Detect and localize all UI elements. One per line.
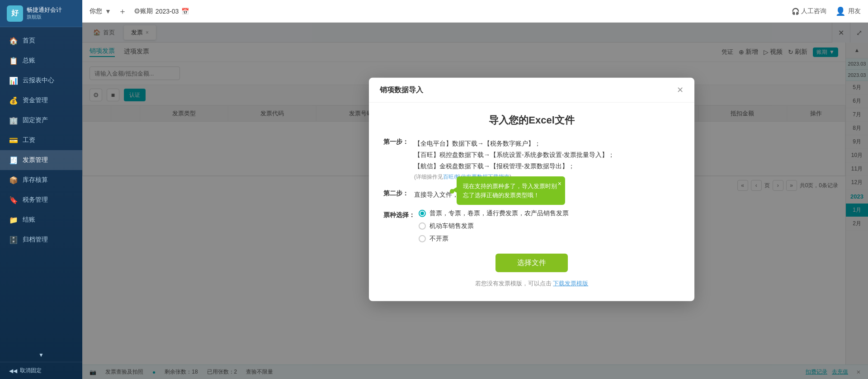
radio-normal[interactable]: 普票，专票，卷票，通行费发票，农产品销售发票 [419,209,569,218]
sidebar-item-inventory[interactable]: 📦 库存核算 [0,170,82,190]
radio-motor-label: 机动车销售发票 [429,222,474,230]
calendar-icon: 📅 [181,8,189,15]
modal-main-title: 导入您的Excel文件 [383,114,680,127]
step1-line-3: 【航信】金税盘数据下载→【报税管理-发票数据导出】； [414,161,614,172]
topbar: 你您 ▼ ＋ ⚙ 账期 2023-03 📅 🎧 人工咨询 👤 用友 [82,0,868,23]
step-1: 第一步： 【全电平台】数据下载→【税务数字账户】； 【百旺】税控盘数据下载→【系… [383,138,680,182]
funds-icon: 💰 [9,96,18,105]
radio-motor-circle [419,223,426,230]
home-icon: 🏠 [9,36,18,45]
sidebar-item-ledger[interactable]: 📋 总账 [0,51,82,71]
sidebar-item-archive[interactable]: 🗄️ 归档管理 [0,230,82,250]
topbar-right: 🎧 人工咨询 👤 用友 [792,6,861,16]
step1-line-1: 【全电平台】数据下载→【税务数字账户】； [414,138,614,149]
ticket-selection: 票种选择： 普票，专票，卷票，通行费发票，农产品销售发票 机动车销售发票 [383,208,680,243]
radio-noticket-label: 不开票 [429,235,448,243]
add-button[interactable]: ＋ [118,6,127,17]
period-value: 2023-03 [156,8,179,15]
modal-header: 销项数据导入 ✕ [369,78,694,103]
radio-noticket[interactable]: 不开票 [419,235,569,243]
assets-icon: 🏢 [9,116,18,125]
payroll-icon: 💳 [9,136,18,145]
sidebar-item-tax[interactable]: 🔖 税务管理 [0,190,82,210]
step2-label: 第二步： [383,190,409,198]
modal-close-btn[interactable]: ✕ [677,85,684,95]
period-label: 账期 [140,7,153,15]
ledger-icon: 📋 [9,56,18,65]
sidebar-item-home[interactable]: 🏠 首页 [0,31,82,51]
radio-normal-label: 普票，专票，卷票，通行费发票，农产品销售发票 [429,209,569,218]
company-selector[interactable]: 你您 ▼ [90,7,111,15]
reports-icon: 📊 [9,76,18,85]
sidebar-item-assets[interactable]: 🏢 固定资产 [0,110,82,130]
tooltip-close-btn[interactable]: × [558,179,561,189]
tax-icon: 🔖 [9,195,18,204]
logo-sub: 旗舰版 [27,14,62,20]
radio-normal-dot [420,212,424,215]
sidebar-scroll-down[interactable]: ▼ [0,348,82,362]
inventory-icon: 📦 [9,175,18,185]
tooltip-text: 现在支持的票种多了，导入发票时别忘了选择正确的发票类型哦！ [463,183,557,199]
period-selector[interactable]: 账期 2023-03 📅 [140,7,189,15]
sidebar-item-reports[interactable]: 📊 云报表中心 [0,71,82,90]
radio-motor[interactable]: 机动车销售发票 [419,222,569,230]
tooltip-bubble: × 现在支持的票种多了，导入发票时别忘了选择正确的发票类型哦！ [457,176,565,205]
select-file-btn[interactable]: 选择文件 [495,254,568,272]
logo-icon: 好 [7,5,23,22]
template-link-row: 若您没有发票模版，可以点击 下载发票模版 [383,280,680,288]
ticket-label: 票种选择： [383,211,415,219]
sidebar-item-invoice[interactable]: 🧾 发票管理 [0,150,82,170]
company-dropdown-icon: ▼ [105,8,111,15]
user-icon: 👤 [835,6,845,16]
settings-button[interactable]: ⚙ [134,7,140,15]
company-name: 你您 [90,7,102,15]
user-menu[interactable]: 👤 用友 [835,6,861,16]
topbar-actions: ＋ ⚙ [118,6,140,17]
archive-icon: 🗄️ [9,235,18,244]
sidebar-nav: 🏠 首页 📋 总账 📊 云报表中心 💰 资金管理 🏢 固定资产 💳 工资 🧾 发… [0,27,82,348]
closing-icon: 📁 [9,215,18,224]
template-download-link[interactable]: 下载发票模版 [553,280,588,287]
template-text: 若您没有发票模版，可以点击 [475,280,552,287]
sidebar-item-closing[interactable]: 📁 结账 [0,210,82,230]
service-button[interactable]: 🎧 人工咨询 [792,7,826,15]
app-logo: 好 畅捷通好会计 旗舰版 [0,0,82,27]
sidebar-item-payroll[interactable]: 💳 工资 [0,130,82,150]
modal-title: 销项数据导入 [380,85,423,95]
radio-group: 普票，专票，卷票，通行费发票，农产品销售发票 机动车销售发票 不开票 [419,209,569,243]
invoice-icon: 🧾 [9,156,18,165]
step1-label: 第一步： [383,138,409,146]
sidebar-item-funds[interactable]: 💰 资金管理 [0,90,82,110]
modal-footer: 选择文件 若您没有发票模版，可以点击 下载发票模版 [383,250,680,288]
step1-line-2: 【百旺】税控盘数据下载→【系统设置-系统参数设置-发票批量导入】； [414,149,614,161]
headset-icon: 🎧 [792,8,799,15]
step1-content: 【全电平台】数据下载→【税务数字账户】； 【百旺】税控盘数据下载→【系统设置-系… [412,138,614,182]
sidebar-unpin[interactable]: ◀◀ 取消固定 [0,362,82,379]
radio-noticket-circle [419,235,426,242]
logo-title: 畅捷通好会计 [27,6,62,14]
sidebar: 好 畅捷通好会计 旗舰版 🏠 首页 📋 总账 📊 云报表中心 💰 资金管理 🏢 … [0,0,82,379]
radio-normal-circle [419,210,426,217]
